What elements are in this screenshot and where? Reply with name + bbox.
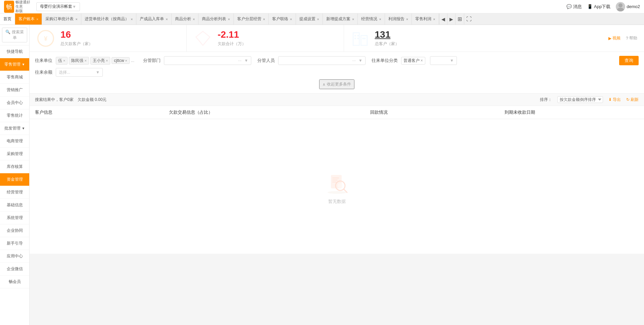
export-icon: ⬇ [608, 97, 612, 102]
logo-text: 畅捷通好生意标版 [15, 0, 34, 13]
sidebar-item-nav[interactable]: 快捷导航 [0, 45, 29, 58]
export-btn[interactable]: ⬇ 导出 [608, 97, 621, 103]
unit-category-label: 往来单位分类 [372, 58, 398, 64]
category-tag-close-icon[interactable]: × [421, 58, 423, 63]
user-profile[interactable]: demo2 [616, 2, 640, 11]
help-btn[interactable]: ? 帮助 [626, 35, 637, 41]
stat-debt-content: -2.11 欠款合计（万） [218, 30, 337, 47]
tab-retail-profit[interactable]: 零售利润 × [412, 13, 439, 25]
table-body: 暂无数据 [30, 119, 644, 254]
stat-actions: ▶ 视频 ? 帮助 [608, 35, 637, 41]
tab-home[interactable]: 首页 [0, 13, 15, 25]
refresh-btn[interactable]: ↻ 刷新 [626, 97, 639, 103]
unit-category-container: 普通客户 × [401, 57, 425, 65]
stat-all-customers-content: 131 总客户（家） [375, 30, 609, 47]
sidebar-item-system-mgmt[interactable]: 系统管理 [0, 212, 29, 224]
tab-close-icon[interactable]: × [263, 17, 265, 21]
tab-customer-account[interactable]: 客户账本 × [15, 13, 42, 25]
tab-close-icon[interactable]: × [290, 17, 292, 21]
col-overdue-date: 到期未收款日期 [505, 109, 639, 115]
stat-total-customers: ¥ 16 总欠款客户（家） [30, 25, 187, 52]
sidebar-item-operations-mgmt[interactable]: 经营管理 [0, 186, 29, 199]
search-menu-btn[interactable]: 🔍 搜索菜单 [2, 28, 27, 42]
sidebar-item-marketing[interactable]: 营销推广 [0, 84, 29, 97]
tab-close-icon[interactable]: × [193, 17, 195, 21]
sort-select[interactable]: 按欠款金额倒序排序 [557, 96, 603, 103]
tab-profit-report[interactable]: 利润报告 × [385, 13, 412, 25]
tab-close-icon[interactable]: × [228, 17, 230, 21]
sidebar-item-purchase-mgmt[interactable]: 采购管理 [0, 148, 29, 160]
svg-point-1 [617, 8, 624, 11]
unit-filter-label: 往来单位 [35, 58, 52, 64]
video-btn[interactable]: ▶ 视频 [608, 35, 620, 41]
tab-customer-layer[interactable]: 客户分层经营 × [234, 13, 269, 25]
diamond-icon [194, 29, 212, 48]
tab-prev-btn[interactable]: ◀ [439, 13, 447, 25]
sidebar-item-retail-stats[interactable]: 零售统计 [0, 109, 29, 122]
tab-close-icon[interactable]: × [352, 17, 354, 21]
sidebar-item-member-app[interactable]: 畅会员 [0, 276, 29, 288]
dept-dropdown[interactable]: ··· ▼ [164, 56, 251, 65]
industry-name: 母婴行业演示帐套 [40, 4, 72, 9]
tab-close-icon[interactable]: × [131, 17, 133, 21]
category-dropdown[interactable]: ▼ [430, 56, 457, 65]
username-label: demo2 [627, 4, 640, 9]
sidebar-item-basic-info[interactable]: 基础信息 [0, 199, 29, 212]
tab-close-icon[interactable]: × [406, 17, 408, 21]
tab-raise-settings[interactable]: 提成设置 × [296, 13, 323, 25]
stat-debt-label: 欠款合计（万） [218, 41, 337, 47]
tab-close-icon[interactable]: × [36, 17, 38, 21]
sidebar-item-new-guide[interactable]: 新手引导 [0, 237, 29, 250]
tab-next-btn[interactable]: ▶ [447, 13, 455, 25]
sidebar-search-area: 🔍 搜索菜单 [0, 25, 29, 45]
sidebar-item-retail-mgmt[interactable]: 零售管理 ▼ [0, 58, 29, 71]
manager-chevron-icon: ▼ [358, 58, 362, 63]
tab-close-icon[interactable]: × [379, 17, 381, 21]
category-chevron-icon: ▼ [450, 58, 454, 63]
tab-new-raise-plan[interactable]: 新增提成方案 × [323, 13, 358, 25]
query-button[interactable]: 查询 [619, 56, 639, 65]
sidebar-item-inventory[interactable]: 库存核算 [0, 160, 29, 173]
app-download-btn[interactable]: 📱 App下载 [587, 4, 610, 10]
tab-purchase-order[interactable]: 采购订单统计表 × [42, 13, 81, 25]
tab-purchase-stats[interactable]: 进货单统计表（按商品） × [81, 13, 136, 25]
collapse-btn[interactable]: ∧ 收起更多条件 [319, 79, 354, 89]
stat-customers-content: 16 总欠款客户（家） [60, 30, 180, 47]
data-table: 客户信息 欠款交易信息（占比） 回款情况 到期未收款日期 [30, 106, 644, 254]
tab-close-icon[interactable]: × [75, 17, 77, 21]
balance-dropdown[interactable]: 选择... ▼ [56, 68, 103, 77]
tab-close-icon[interactable]: × [317, 17, 319, 21]
header-right: 💬 消息 📱 App下载 demo2 [566, 2, 640, 11]
tag-close-icon[interactable]: × [84, 59, 86, 63]
tab-fullscreen-btn[interactable]: ⛶ [464, 13, 474, 25]
stat-all-customers-value: 131 [375, 30, 609, 40]
empty-icon [324, 168, 350, 195]
industry-selector[interactable]: 母婴行业演示帐套 ▼ [36, 2, 80, 11]
tag-close-icon[interactable]: × [63, 59, 65, 63]
manager-dropdown[interactable]: ··· ▼ [278, 56, 366, 65]
sidebar-item-wholesale-mgmt[interactable]: 批发管理 ▼ [0, 122, 29, 135]
filter-row-2: 往来余额 选择... ▼ [35, 68, 639, 77]
tag-close-icon[interactable]: × [125, 59, 127, 63]
sidebar-item-enterprise-wechat[interactable]: 企业微信 [0, 263, 29, 276]
customer-type-tag: 普通客户 × [401, 57, 425, 65]
message-btn[interactable]: 💬 消息 [566, 4, 582, 10]
sidebar-item-ecommerce-mgmt[interactable]: 电商管理 [0, 135, 29, 148]
tab-expand-btn[interactable]: ⊞ [455, 13, 464, 25]
tab-goods-analysis-list[interactable]: 商品分析列表 × [199, 13, 233, 25]
tab-operations[interactable]: 经营情况 × [358, 13, 385, 25]
sidebar-item-enterprise-coop[interactable]: 企业协同 [0, 224, 29, 237]
tab-customer-contact[interactable]: 客户联络 × [269, 13, 296, 25]
sidebar-item-member-center[interactable]: 会员中心 [0, 97, 29, 109]
tab-product-entry[interactable]: 产成品入库单 × [136, 13, 171, 25]
tab-close-icon[interactable]: × [166, 17, 168, 21]
sidebar-item-finance-mgmt[interactable]: 资金管理 [0, 173, 29, 186]
stat-all-customers-label: 总客户（家） [375, 41, 609, 47]
tag-close-icon[interactable]: × [106, 59, 108, 63]
unit-tag-more[interactable]: ... [131, 58, 134, 63]
tab-close-icon[interactable]: × [433, 17, 435, 21]
sidebar-item-app-center[interactable]: 应用中心 [0, 250, 29, 263]
tab-goods-analysis[interactable]: 商品分析 × [172, 13, 199, 25]
sidebar-item-retail-mall[interactable]: 零售商城 [0, 71, 29, 84]
result-right-actions: 排序： 按欠款金额倒序排序 ⬇ 导出 ↻ 刷新 [540, 96, 639, 103]
